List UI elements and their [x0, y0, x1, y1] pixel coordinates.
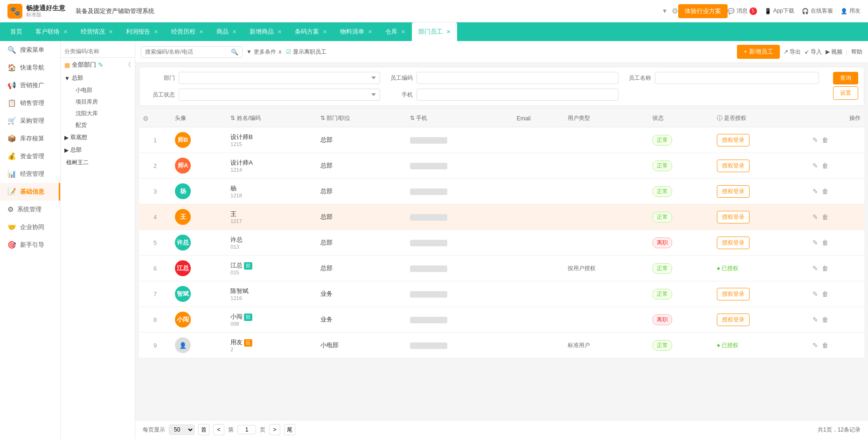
- view-button[interactable]: ▶ 视频: [826, 48, 842, 56]
- export-button[interactable]: ↗ 导出: [784, 48, 801, 56]
- edit-icon-6[interactable]: ✎: [812, 290, 818, 298]
- per-page-select[interactable]: 50 20 100: [169, 425, 194, 435]
- nav-tab-部门员工[interactable]: 部门员工✕: [412, 22, 457, 41]
- nav-tab-物料清单[interactable]: 物料清单✕: [333, 22, 379, 41]
- online-service-button[interactable]: 🎧 在线客服: [802, 7, 833, 15]
- sidebar-item-11[interactable]: 🎯新手引导: [0, 236, 60, 254]
- nav-tab-经营历程[interactable]: 经营历程✕: [165, 22, 210, 41]
- delete-icon-2[interactable]: 🗑: [822, 188, 828, 195]
- sidebar-item-0[interactable]: 🔍搜索菜单: [0, 41, 60, 59]
- try-plan-button[interactable]: 体验行业方案: [678, 4, 728, 18]
- dept-item-shenyangdaku[interactable]: 沈阳大库: [72, 108, 131, 119]
- nav-tab-经营情况[interactable]: 经营情况✕: [74, 22, 119, 41]
- sidebar-item-10[interactable]: 🤝企业协同: [0, 218, 60, 236]
- th-name[interactable]: ⇅ 姓名/编码: [227, 110, 316, 127]
- auth-button-4[interactable]: 授权登录: [717, 237, 750, 249]
- th-dept[interactable]: ⇅ 部门/职位: [317, 110, 406, 127]
- dept-filter-select[interactable]: [179, 72, 380, 84]
- edit-icon-3[interactable]: ✎: [812, 213, 818, 221]
- edit-icon-8[interactable]: ✎: [812, 341, 818, 349]
- delete-icon-3[interactable]: 🗑: [822, 213, 828, 221]
- auth-button-7[interactable]: 授权登录: [717, 314, 750, 326]
- page-input[interactable]: [237, 425, 256, 434]
- delete-icon-1[interactable]: 🗑: [822, 162, 828, 169]
- user-button[interactable]: 👤 用友: [840, 7, 861, 15]
- td-usertype-7: [564, 307, 648, 333]
- td-dept-2: 总部: [317, 179, 406, 204]
- nav-tab-利润报告[interactable]: 利润报告✕: [119, 22, 165, 41]
- auth-button-6[interactable]: 授权登录: [717, 288, 750, 300]
- emp-status-select[interactable]: [179, 89, 380, 101]
- sidebar-item-2[interactable]: 📢营销推广: [0, 77, 60, 94]
- delete-icon-8[interactable]: 🗑: [822, 341, 828, 349]
- dept-group-zb2-label[interactable]: ▶ 总部: [64, 144, 131, 156]
- nav-tab-仓库[interactable]: 仓库✕: [379, 22, 412, 41]
- td-op-1: ✎ 🗑: [809, 153, 864, 179]
- dropdown-icon[interactable]: ▼: [662, 7, 668, 14]
- dept-collapse-icon[interactable]: 《: [125, 61, 131, 69]
- nav-tab-条码方案[interactable]: 条码方案✕: [288, 22, 333, 41]
- td-phone-2: [406, 179, 513, 204]
- edit-icon-4[interactable]: ✎: [812, 239, 818, 246]
- dept-item-peihuo[interactable]: 配货: [72, 119, 131, 131]
- sidebar-item-5[interactable]: 📦库存核算: [0, 130, 60, 147]
- help-button[interactable]: 帮助: [851, 48, 862, 56]
- edit-icon-1[interactable]: ✎: [812, 162, 818, 169]
- edit-icon-5[interactable]: ✎: [812, 265, 818, 272]
- phone-input[interactable]: [417, 89, 618, 101]
- delete-icon-6[interactable]: 🗑: [822, 290, 828, 298]
- status-badge-3: 正常: [653, 212, 672, 223]
- first-page-button[interactable]: 首: [198, 424, 209, 435]
- edit-icon-2[interactable]: ✎: [812, 188, 818, 195]
- nav-tab-新增商品[interactable]: 新增商品✕: [243, 22, 288, 41]
- auth-button-1[interactable]: 授权登录: [717, 160, 750, 172]
- auth-button-0[interactable]: 授权登录: [717, 134, 750, 146]
- nav-tab-首页[interactable]: 首页: [4, 22, 29, 41]
- th-settings[interactable]: ⚙: [139, 110, 171, 127]
- edit-icon-0[interactable]: ✎: [812, 136, 818, 144]
- delete-icon-7[interactable]: 🗑: [822, 316, 828, 323]
- dept-group-shuang-label[interactable]: ▶ 双底想: [64, 131, 131, 144]
- dept-group-zongbu-label[interactable]: ▼ 总部: [64, 72, 131, 84]
- set-button[interactable]: 设置: [833, 86, 858, 100]
- show-resigned-toggle[interactable]: ☑ 显示离职员工: [286, 48, 326, 56]
- next-page-button[interactable]: >: [269, 424, 280, 435]
- sidebar-item-6[interactable]: 💰资金管理: [0, 147, 60, 165]
- delete-icon-0[interactable]: 🗑: [822, 136, 828, 144]
- import-button[interactable]: ↙ 导入: [805, 48, 822, 56]
- search-icon[interactable]: 🔍: [231, 49, 238, 56]
- query-button[interactable]: 查询: [833, 72, 858, 84]
- settings-icon[interactable]: ⚙: [672, 7, 678, 15]
- nav-tab-商品[interactable]: 商品✕: [210, 22, 243, 41]
- sidebar-item-9[interactable]: ⚙系统管理: [0, 201, 60, 218]
- nav-tab-客户联络[interactable]: 客户联络✕: [29, 22, 74, 41]
- emp-code-input[interactable]: [417, 72, 618, 84]
- td-no-6: 7: [139, 281, 171, 307]
- dept-group-zhishu-label[interactable]: 植树王二: [64, 156, 131, 169]
- dept-item-xiaodianbu[interactable]: 小电部: [72, 84, 131, 96]
- app-download-button[interactable]: 📱 App下载: [764, 7, 794, 15]
- more-filter-button[interactable]: ▼ 更多条件 ∧: [246, 48, 282, 56]
- dept-edit-icon[interactable]: ✎: [98, 61, 104, 69]
- th-phone[interactable]: ⇅ 手机: [406, 110, 513, 127]
- prev-page-button[interactable]: <: [213, 424, 224, 435]
- auth-button-2[interactable]: 授权登录: [717, 185, 750, 198]
- delete-icon-4[interactable]: 🗑: [822, 239, 828, 246]
- add-employee-button[interactable]: + 新增员工: [737, 45, 779, 59]
- dept-item-xiangmuku[interactable]: 项目库房: [72, 96, 131, 108]
- sidebar-item-4[interactable]: 🛒采购管理: [0, 112, 60, 130]
- emp-name-2: 杨: [230, 184, 312, 193]
- search-input[interactable]: [145, 49, 229, 55]
- sidebar-item-3[interactable]: 📋销售管理: [0, 94, 60, 112]
- dept-search-input[interactable]: [64, 48, 134, 55]
- last-page-button[interactable]: 尾: [284, 424, 295, 435]
- emp-name-input[interactable]: [655, 72, 819, 84]
- auth-button-3[interactable]: 授权登录: [717, 211, 750, 223]
- message-button[interactable]: 💬 消息 5: [728, 7, 757, 15]
- delete-icon-5[interactable]: 🗑: [822, 265, 828, 272]
- sidebar-item-8[interactable]: 📝基础信息: [0, 183, 60, 201]
- edit-icon-7[interactable]: ✎: [812, 316, 818, 323]
- sidebar-item-7[interactable]: 📊经营管理: [0, 165, 60, 183]
- dept-tree-header: ▦ 全部部门 ✎ 《: [61, 58, 135, 72]
- sidebar-item-1[interactable]: 🏠快速导航: [0, 59, 60, 77]
